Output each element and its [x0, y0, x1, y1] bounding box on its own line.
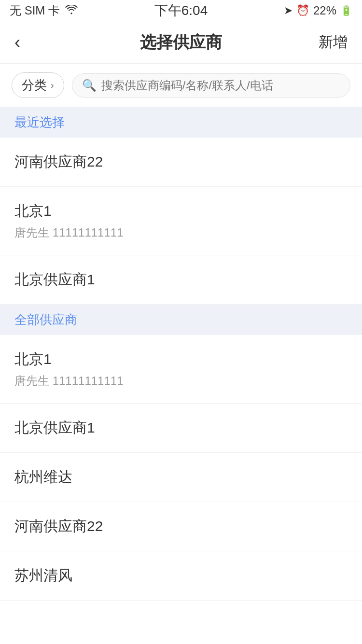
status-right: ➤ ⏰ 22% 🔋 [284, 4, 352, 17]
all-section-label: 全部供应商 [14, 312, 77, 327]
list-item[interactable]: 北京供应商1 [0, 404, 362, 453]
item-sub: 唐先生 11111111111 [14, 373, 348, 389]
page-title: 选择供应商 [140, 31, 222, 54]
location-icon: ➤ [284, 4, 292, 17]
list-item[interactable]: 北京1唐先生 11111111111 [0, 335, 362, 404]
item-name: 北京供应商1 [14, 270, 348, 290]
list-item[interactable]: 北京供应商1 [0, 255, 362, 305]
recent-section-header: 最近选择 [0, 107, 362, 138]
list-item[interactable]: 北京1唐先生 11111111111 [0, 187, 362, 255]
filter-bar: 分类 › 🔍 [0, 64, 362, 107]
chevron-right-icon: › [51, 80, 54, 91]
back-button[interactable]: ‹ [14, 32, 20, 53]
wifi-icon [65, 4, 78, 17]
category-button[interactable]: 分类 › [12, 72, 64, 98]
recent-items-list: 河南供应商22北京1唐先生 11111111111北京供应商1 [0, 138, 362, 305]
item-sub: 唐先生 11111111111 [14, 225, 348, 240]
all-section-header: 全部供应商 [0, 305, 362, 335]
item-name: 河南供应商22 [14, 517, 348, 536]
alarm-icon: ⏰ [296, 4, 309, 17]
status-bar: 无 SIM 卡 下午6:04 ➤ ⏰ 22% 🔋 [0, 0, 362, 21]
search-icon: 🔍 [82, 79, 97, 92]
item-name: 北京供应商1 [14, 418, 348, 438]
status-time: 下午6:04 [154, 1, 208, 20]
item-name: 北京1 [14, 350, 348, 369]
carrier-text: 无 SIM 卡 [10, 3, 60, 18]
list-item[interactable]: 河南供应商22 [0, 138, 362, 187]
category-label: 分类 [22, 77, 47, 94]
nav-bar: ‹ 选择供应商 新增 [0, 21, 362, 64]
recent-section-label: 最近选择 [14, 115, 65, 129]
search-input[interactable] [101, 79, 340, 92]
item-name: 苏州清风 [14, 566, 348, 586]
battery-icon: 🔋 [340, 5, 352, 16]
item-name: 杭州维达 [14, 467, 348, 487]
item-name: 河南供应商22 [14, 152, 348, 172]
search-box[interactable]: 🔍 [72, 73, 350, 98]
add-button[interactable]: 新增 [319, 32, 348, 52]
status-left: 无 SIM 卡 [10, 3, 78, 18]
list-item[interactable]: 杭州维达 [0, 453, 362, 502]
battery-text: 22% [313, 4, 336, 17]
list-item[interactable]: 河南供应商22 [0, 502, 362, 551]
list-item[interactable]: 苏州清风 [0, 551, 362, 601]
all-items-list: 北京1唐先生 11111111111北京供应商1杭州维达河南供应商22苏州清风 [0, 335, 362, 601]
item-name: 北京1 [14, 201, 348, 221]
